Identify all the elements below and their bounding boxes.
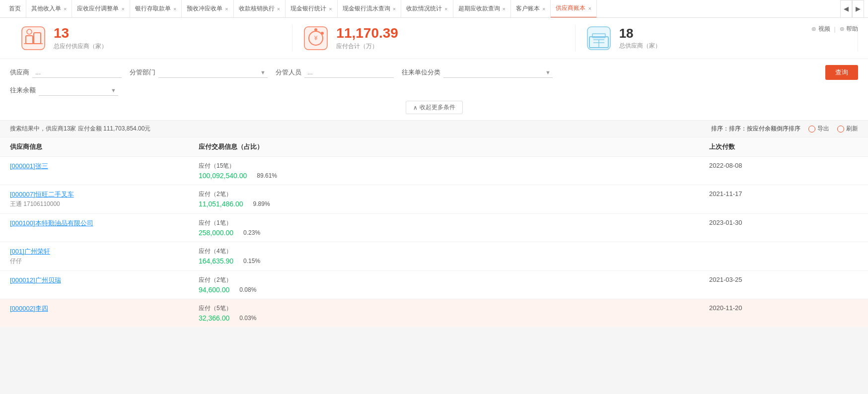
header-last-pay: 上次付数 xyxy=(709,142,858,151)
payable-count-1: 应付（2笔） xyxy=(199,190,709,198)
filter-person: 分管人员 xyxy=(276,67,394,78)
nav-tab-close-2[interactable]: × xyxy=(121,6,124,12)
last-pay-cell-1: 2021-11-17 xyxy=(709,190,858,197)
supplier-cell-0: [000001]张三 xyxy=(10,162,199,171)
category-filter-label: 往来单位分类 xyxy=(402,68,440,77)
nav-tab-close-3[interactable]: × xyxy=(173,6,176,12)
result-summary-text: 搜索结果中，供应商13家 应付金额 111,703,854.00元 xyxy=(10,125,150,133)
supplier-link-1[interactable]: [000007]恒旺二手叉车 xyxy=(10,191,74,198)
nav-tab-close-4[interactable]: × xyxy=(225,6,228,12)
video-link[interactable]: ⊙ 视频 xyxy=(811,25,830,33)
nav-tab-5[interactable]: 收款核销执行× xyxy=(234,0,286,18)
nav-tab-close-9[interactable]: × xyxy=(503,6,506,12)
payable-amount-2[interactable]: 258,000.00 xyxy=(199,229,233,237)
payable-pct-2: 0.23% xyxy=(243,229,260,236)
collapse-conditions-button[interactable]: ∧ 收起更多条件 xyxy=(406,101,463,114)
dept-select-wrap[interactable]: ▼ xyxy=(158,67,268,78)
nav-tab-close-6[interactable]: × xyxy=(329,6,332,12)
export-button[interactable]: 导出 xyxy=(808,125,829,133)
nav-tab-10[interactable]: 客户账本× xyxy=(511,0,551,18)
result-bar: 搜索结果中，供应商13家 应付金额 111,703,854.00元 排序：排序：… xyxy=(0,121,868,137)
last-pay-cell-0: 2022-08-08 xyxy=(709,162,858,169)
last-pay-date-2: 2023-01-30 xyxy=(709,219,742,226)
nav-tab-0[interactable]: 首页 xyxy=(4,0,26,18)
payable-count-4: 应付（2笔） xyxy=(199,276,709,284)
balance-select-wrap[interactable]: 选择... ▼ xyxy=(39,85,118,96)
payable-amount-3[interactable]: 164,635.90 xyxy=(199,257,233,265)
payable-cell-5: 应付（5笔）32,366.000.03% xyxy=(199,304,709,322)
payable-suppliers-icon xyxy=(20,25,47,52)
balance-select[interactable]: 选择... xyxy=(39,85,118,96)
nav-tab-close-1[interactable]: × xyxy=(64,6,67,12)
person-filter-input[interactable] xyxy=(304,67,394,78)
table-row: [000012]广州贝瑞应付（2笔）94,600.000.08%2021-03-… xyxy=(0,271,868,299)
export-icon xyxy=(808,126,815,132)
payable-cell-0: 应付（15笔）100,092,540.0089.61% xyxy=(199,162,709,180)
nav-next-arrow[interactable]: ▶ xyxy=(852,0,864,18)
last-pay-date-0: 2022-08-08 xyxy=(709,162,742,169)
refresh-button[interactable]: 刷新 xyxy=(837,125,858,133)
nav-tab-close-5[interactable]: × xyxy=(277,6,280,12)
nav-tab-close-10[interactable]: × xyxy=(542,6,545,12)
supplier-link-5[interactable]: [000002]李四 xyxy=(10,305,48,312)
payable-pct-5: 0.03% xyxy=(239,315,256,322)
payable-pct-3: 0.15% xyxy=(243,258,260,264)
nav-tab-11[interactable]: 供应商账本× xyxy=(551,0,596,18)
payable-cell-4: 应付（2笔）94,600.000.08% xyxy=(199,276,709,294)
nav-tab-2[interactable]: 应收应付调整单× xyxy=(72,0,130,18)
supplier-cell-4: [000012]广州贝瑞 xyxy=(10,276,199,285)
filter-area: 供应商 分管部门 ▼ 分管人员 往来单位分类 ▼ 查询 xyxy=(0,59,868,121)
nav-tab-4[interactable]: 预收冲应收单× xyxy=(182,0,233,18)
dept-filter-label: 分管部门 xyxy=(130,68,155,77)
payable-count-3: 应付（4笔） xyxy=(199,247,709,256)
nav-tab-3[interactable]: 银行存取款单× xyxy=(130,0,182,18)
dept-select[interactable] xyxy=(158,67,268,78)
supplier-link-3[interactable]: [001]广州荣轩 xyxy=(10,248,50,255)
supplier-cell-5: [000002]李四 xyxy=(10,304,199,313)
payable-amount-5[interactable]: 32,366.00 xyxy=(199,314,229,322)
nav-tab-8[interactable]: 收款情况统计× xyxy=(401,0,453,18)
table-row: [000001]张三应付（15笔）100,092,540.0089.61%202… xyxy=(0,157,868,185)
payable-amount-1[interactable]: 11,051,486.00 xyxy=(199,200,243,208)
payable-amount-4[interactable]: 94,600.00 xyxy=(199,286,229,294)
svg-text:¥: ¥ xyxy=(314,35,318,42)
supplier-link-0[interactable]: [000001]张三 xyxy=(10,162,48,170)
summary-card-payable-suppliers: 13 总应付供应商（家） xyxy=(10,25,292,52)
last-pay-cell-2: 2023-01-30 xyxy=(709,219,858,226)
table-row: [000100]本特勤油品有限公司应付（1笔）258,000.000.23%20… xyxy=(0,214,868,242)
nav-prev-arrow[interactable]: ◀ xyxy=(840,0,852,18)
summary-text-total-sup: 18 总供应商（家） xyxy=(619,26,661,51)
summary-bar: 13 总应付供应商（家） ¥ 11,170.39 应付合计（万） xyxy=(0,18,868,59)
nav-tab-close-8[interactable]: × xyxy=(444,6,447,12)
header-payable: 应付交易信息（占比） xyxy=(199,142,709,151)
nav-tab-close-11[interactable]: × xyxy=(588,5,591,11)
nav-tab-close-7[interactable]: × xyxy=(393,6,396,12)
total-suppliers-value: 18 xyxy=(619,26,661,41)
help-link[interactable]: ⊙ 帮助 xyxy=(840,25,858,33)
payable-cell-3: 应付（4笔）164,635.900.15% xyxy=(199,247,709,265)
total-suppliers-label: 总供应商（家） xyxy=(619,42,661,50)
payable-amount-0[interactable]: 100,092,540.00 xyxy=(199,172,247,180)
nav-tab-6[interactable]: 现金银行统计× xyxy=(286,0,337,18)
supplier-link-2[interactable]: [000100]本特勤油品有限公司 xyxy=(10,219,93,227)
refresh-icon xyxy=(837,126,844,132)
collapse-icon: ∧ xyxy=(413,104,418,111)
person-filter-label: 分管人员 xyxy=(276,68,301,77)
supplier-cell-1: [000007]恒旺二手叉车王通 17106110000 xyxy=(10,190,199,208)
top-navigation: 首页其他收入单×应收应付调整单×银行存取款单×预收冲应收单×收款核销执行×现金银… xyxy=(0,0,868,18)
nav-tab-9[interactable]: 超期应收款查询× xyxy=(453,0,511,18)
nav-tab-1[interactable]: 其他收入单× xyxy=(26,0,72,18)
supplier-filter-input[interactable] xyxy=(32,67,122,78)
query-button[interactable]: 查询 xyxy=(825,65,858,80)
nav-tab-7[interactable]: 现金银行流水查询× xyxy=(338,0,401,18)
payable-count-0: 应付（15笔） xyxy=(199,162,709,170)
category-select[interactable] xyxy=(443,67,553,78)
top-right-links: ⊙ 视频 | ⊙ 帮助 xyxy=(811,25,858,33)
summary-card-payable-total: ¥ 11,170.39 应付合计（万） xyxy=(292,25,575,52)
payable-cell-2: 应付（1笔）258,000.000.23% xyxy=(199,219,709,237)
supplier-filter-label: 供应商 xyxy=(10,68,29,77)
supplier-link-4[interactable]: [000012]广州贝瑞 xyxy=(10,276,61,284)
filter-balance: 往来余额 选择... ▼ xyxy=(10,85,118,96)
payable-count-2: 应付（1笔） xyxy=(199,219,709,227)
category-select-wrap[interactable]: ▼ xyxy=(443,67,553,78)
